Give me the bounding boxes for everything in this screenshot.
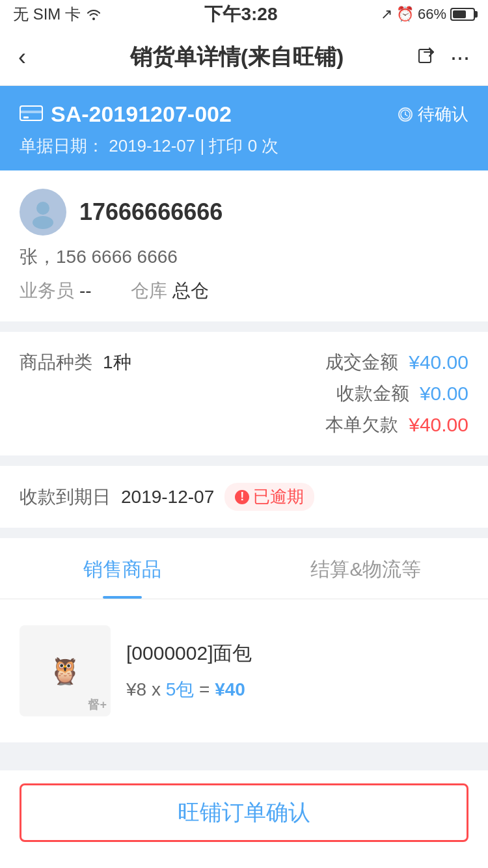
battery-fill <box>453 10 466 18</box>
more-icon[interactable]: ··· <box>450 44 470 71</box>
warehouse-label: 仓库 <box>131 278 167 303</box>
kind-value: 1种 <box>103 350 131 375</box>
order-banner-top: SA-20191207-002 待确认 <box>20 102 468 127</box>
product-info: [0000002]面包 ¥8 x 5包 = ¥40 <box>126 640 468 702</box>
order-banner: SA-20191207-002 待确认 单据日期： 2019-12-07 | 打… <box>0 86 488 170</box>
share-icon[interactable] <box>416 44 437 71</box>
overdue-label: 已逾期 <box>253 485 304 508</box>
customer-phone: 17666666666 <box>79 198 223 226</box>
status-badge: 待确认 <box>418 103 468 126</box>
product-logo-text: 督+ <box>88 697 107 712</box>
product-list: 🦉 督+ [0000002]面包 ¥8 x 5包 = ¥40 <box>0 599 488 742</box>
order-status: 待确认 <box>398 103 468 126</box>
nav-bar: ‹ 销货单详情(来自旺铺) ··· <box>0 29 488 86</box>
product-logo-icon: 🦉 <box>49 656 81 686</box>
amount-value: ¥40.00 <box>409 351 468 373</box>
tabs-header: 销售商品 结算&物流等 <box>0 538 488 599</box>
summary-section: 商品种类 1种 成交金额 ¥40.00 收款金额 ¥0.00 本单欠款 ¥40.… <box>0 332 488 455</box>
order-id: SA-20191207-002 <box>20 102 232 127</box>
page-title: 销货单详情(来自旺铺) <box>130 42 344 72</box>
debt-label: 本单欠款 <box>325 413 398 437</box>
tab-sales-products[interactable]: 销售商品 <box>0 538 244 599</box>
tabs-section: 销售商品 结算&物流等 🦉 督+ [0000002]面包 ¥8 x 5包 = ¥… <box>0 538 488 742</box>
carrier-label: 无 SIM 卡 <box>13 4 81 25</box>
overdue-badge: ! 已逾期 <box>224 483 314 511</box>
customer-meta: 业务员 -- 仓库 总仓 <box>20 278 468 303</box>
received-row: 收款金额 ¥0.00 <box>336 381 468 406</box>
confirm-order-button[interactable]: 旺铺订单确认 <box>20 783 468 842</box>
received-value: ¥0.00 <box>420 383 468 405</box>
customer-name: 张，156 6666 6666 <box>20 245 468 269</box>
location-icon: ↗ <box>381 6 392 23</box>
status-bar: 无 SIM 卡 下午3:28 ↗ ⏰ 66% <box>0 0 488 29</box>
svg-rect-3 <box>20 111 42 113</box>
amount-row: 成交金额 ¥40.00 <box>325 350 468 375</box>
debt-row: 本单欠款 ¥40.00 <box>325 413 468 437</box>
customer-row: 17666666666 <box>20 189 468 236</box>
warehouse-meta: 仓库 总仓 <box>131 278 209 303</box>
received-label: 收款金额 <box>336 381 409 406</box>
product-total: ¥40 <box>215 679 245 699</box>
order-date-row: 单据日期： 2019-12-07 | 打印 0 次 <box>20 135 468 157</box>
product-equals: = <box>194 679 215 699</box>
product-name: [0000002]面包 <box>126 640 468 667</box>
svg-line-7 <box>405 115 407 116</box>
svg-point-8 <box>36 202 49 215</box>
svg-point-9 <box>33 216 53 229</box>
avatar <box>20 189 66 236</box>
kind-label: 商品种类 <box>20 350 92 375</box>
product-item: 🦉 督+ [0000002]面包 ¥8 x 5包 = ¥40 <box>20 615 468 727</box>
debt-value: ¥40.00 <box>409 414 468 436</box>
order-id-icon <box>20 105 43 124</box>
due-date: 2019-12-07 <box>121 487 214 508</box>
alarm-icon: ⏰ <box>396 6 414 23</box>
sales-value: -- <box>79 280 92 301</box>
product-unit-price: ¥8 x <box>126 679 166 699</box>
product-price: ¥8 x 5包 = ¥40 <box>126 677 468 702</box>
svg-rect-4 <box>23 116 29 118</box>
clock-icon <box>398 107 413 122</box>
overdue-icon: ! <box>235 490 249 504</box>
confirm-btn-wrap: 旺铺订单确认 <box>0 770 488 868</box>
battery-label: 66% <box>418 6 446 23</box>
avatar-icon <box>26 195 60 229</box>
wifi-icon <box>86 8 102 20</box>
customer-section: 17666666666 张，156 6666 6666 业务员 -- 仓库 总仓 <box>0 170 488 321</box>
product-qty: 5包 <box>166 679 195 699</box>
summary-right: 成交金额 ¥40.00 收款金额 ¥0.00 本单欠款 ¥40.00 <box>325 350 468 437</box>
warehouse-value: 总仓 <box>172 278 209 303</box>
status-bar-right: ↗ ⏰ 66% <box>381 6 475 23</box>
back-button[interactable]: ‹ <box>18 44 57 71</box>
summary-left: 商品种类 1种 <box>20 350 325 375</box>
sales-label: 业务员 <box>20 278 74 303</box>
product-thumbnail: 🦉 督+ <box>20 625 111 716</box>
status-bar-left: 无 SIM 卡 <box>13 4 102 25</box>
amount-label: 成交金额 <box>325 350 398 375</box>
status-bar-time: 下午3:28 <box>204 2 277 27</box>
nav-actions: ··· <box>416 44 470 71</box>
due-date-section: 收款到期日 2019-12-07 ! 已逾期 <box>0 466 488 528</box>
sales-meta: 业务员 -- <box>20 278 92 303</box>
battery-icon <box>450 8 475 21</box>
tab-settlement[interactable]: 结算&物流等 <box>244 538 488 599</box>
due-label: 收款到期日 <box>20 485 111 509</box>
